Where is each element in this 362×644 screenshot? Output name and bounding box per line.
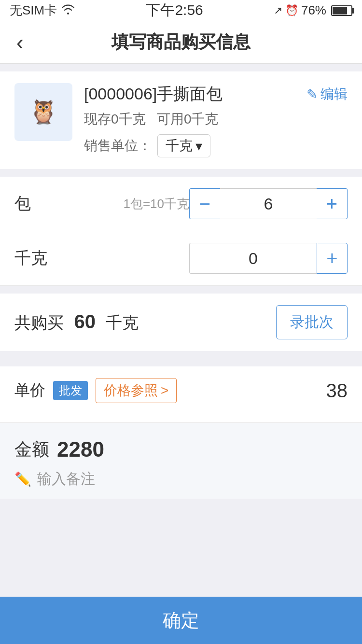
price-tag: 批发 (53, 381, 88, 400)
amount-value: 2280 (57, 437, 104, 462)
qianke-input[interactable] (189, 243, 317, 274)
amount-row: 金额 2280 (14, 437, 348, 462)
bao-plus-button[interactable]: + (317, 188, 348, 219)
input-section: 包 1包=10千克 − + 千克 + (0, 177, 362, 286)
qianke-row: 千克 + (0, 231, 362, 286)
bao-label: 包 (14, 193, 117, 215)
unit-select[interactable]: 千克 ▾ (157, 134, 210, 157)
amount-label: 金额 (14, 438, 49, 462)
bao-row: 包 1包=10千克 − + (0, 177, 362, 231)
bao-hint: 1包=10千克 (123, 196, 189, 212)
remark-label: 输入备注 (37, 469, 95, 489)
batch-button[interactable]: 录批次 (276, 305, 348, 339)
divider-2 (0, 351, 362, 359)
status-left: 无SIM卡 (10, 2, 75, 19)
pencil-icon: ✏️ (14, 471, 31, 487)
nav-bar: ‹ 填写商品购买信息 (0, 21, 362, 64)
status-time: 下午2:56 (146, 0, 203, 20)
total-section: 共购买 60 千克 录批次 (0, 294, 362, 351)
qianke-plus-button[interactable]: + (317, 243, 348, 274)
confirm-button-label: 确定 (163, 608, 199, 633)
status-right: ↗ ⏰ 76% (274, 3, 352, 18)
status-bar: 无SIM卡 下午2:56 ↗ ⏰ 76% (0, 0, 362, 21)
wifi-icon (61, 3, 75, 18)
chevron-down-icon: ▾ (195, 138, 202, 154)
remark-row[interactable]: ✏️ 输入备注 (14, 469, 348, 489)
product-stock: 现存0千克 可用0千克 (84, 110, 348, 128)
bao-minus-button[interactable]: − (189, 188, 220, 219)
price-section: 单价 批发 价格参照 > 38 (0, 366, 362, 422)
price-value: 38 (326, 380, 348, 402)
carrier-label: 无SIM卡 (10, 2, 57, 19)
location-icon: ↗ (274, 4, 282, 17)
product-unit-row: 销售单位： 千克 ▾ (84, 134, 348, 157)
back-button[interactable]: ‹ (12, 26, 28, 59)
battery-icon (331, 5, 352, 16)
alarm-icon: ⏰ (285, 4, 298, 17)
battery-percent: 76% (301, 3, 326, 18)
qianke-label: 千克 (14, 247, 189, 269)
edit-icon: ✎ (306, 86, 318, 102)
page-title: 填写商品购买信息 (111, 30, 251, 54)
qianke-quantity-control: + (189, 243, 348, 274)
product-image: 🦉 (14, 83, 72, 141)
divider-1 (0, 169, 362, 177)
total-text: 共购买 60 千克 (14, 311, 139, 334)
price-row: 单价 批发 价格参照 > 38 (14, 378, 348, 403)
bao-input[interactable] (220, 188, 317, 219)
price-ref-button[interactable]: 价格参照 > (96, 378, 177, 403)
edit-button[interactable]: ✎ 编辑 (306, 85, 348, 103)
product-logo: 🦉 (29, 98, 58, 126)
chevron-right-icon: > (161, 383, 168, 398)
bao-quantity-control: − + (189, 188, 348, 219)
product-card: 🦉 [0000006]手撕面包 现存0千克 可用0千克 销售单位： 千克 ▾ ✎… (0, 71, 362, 169)
amount-section: 金额 2280 ✏️ 输入备注 (0, 422, 362, 499)
price-label: 单价 (14, 380, 45, 401)
confirm-button-area[interactable]: 确定 (0, 597, 362, 644)
